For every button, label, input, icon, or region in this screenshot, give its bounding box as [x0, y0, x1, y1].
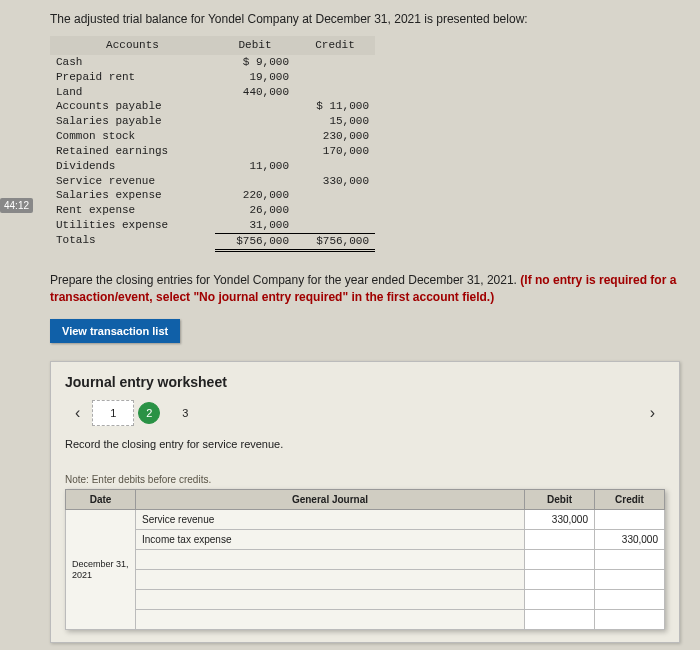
tb-row: Salaries payable15,000	[50, 114, 680, 129]
view-transaction-list-button[interactable]: View transaction list	[50, 319, 180, 343]
tb-header-accounts: Accounts	[50, 36, 215, 55]
tb-row: Service revenue330,000	[50, 174, 680, 189]
instruction-text: Prepare the closing entries for Yondel C…	[50, 272, 680, 306]
jt-debit-cell[interactable]	[525, 590, 595, 610]
note-text: Note: Enter debits before credits.	[65, 474, 665, 485]
tb-header-credit: Credit	[295, 36, 375, 55]
table-row	[66, 610, 665, 630]
worksheet-title: Journal entry worksheet	[65, 374, 665, 390]
worksheet-tabs: ‹ 1 2 3 ›	[65, 400, 665, 426]
tb-row: Common stock230,000	[50, 129, 680, 144]
chevron-left-icon[interactable]: ‹	[65, 404, 90, 422]
jt-account-cell[interactable]	[136, 570, 525, 590]
record-instruction: Record the closing entry for service rev…	[65, 438, 665, 450]
jt-debit-cell[interactable]	[525, 610, 595, 630]
tb-row: Utilities expense31,000	[50, 218, 680, 233]
tb-row: Land440,000	[50, 85, 680, 100]
jt-account-cell[interactable]	[136, 550, 525, 570]
tb-row: Salaries expense220,000	[50, 188, 680, 203]
jt-header-date: Date	[66, 490, 136, 510]
jt-credit-cell[interactable]	[595, 590, 665, 610]
timestamp-badge: 44:12	[0, 198, 33, 213]
jt-account-cell[interactable]: Income tax expense	[136, 530, 525, 550]
tb-row: Dividends11,000	[50, 159, 680, 174]
jt-date-cell: December 31, 2021	[66, 510, 136, 630]
tb-row: Accounts payable$ 11,000	[50, 99, 680, 114]
jt-credit-cell[interactable]	[595, 550, 665, 570]
jt-credit-cell[interactable]	[595, 610, 665, 630]
tb-header-debit: Debit	[215, 36, 295, 55]
journal-worksheet-panel: Journal entry worksheet ‹ 1 2 3 › Record…	[50, 361, 680, 643]
main-content: The adjusted trial balance for Yondel Co…	[0, 0, 700, 643]
tb-row: Prepaid rent19,000	[50, 70, 680, 85]
journal-entry-table: Date General Journal Debit Credit Decemb…	[65, 489, 665, 630]
tab-2[interactable]: 2	[138, 402, 160, 424]
tab-3[interactable]: 3	[164, 400, 206, 426]
jt-account-cell[interactable]	[136, 610, 525, 630]
jt-header-debit: Debit	[525, 490, 595, 510]
table-row: Income tax expense 330,000	[66, 530, 665, 550]
jt-debit-cell[interactable]	[525, 570, 595, 590]
table-row	[66, 550, 665, 570]
jt-credit-cell[interactable]	[595, 570, 665, 590]
jt-debit-cell[interactable]: 330,000	[525, 510, 595, 530]
jt-header-general-journal: General Journal	[136, 490, 525, 510]
tb-row: Cash$ 9,000	[50, 55, 680, 70]
jt-account-cell[interactable]: Service revenue	[136, 510, 525, 530]
jt-debit-cell[interactable]	[525, 550, 595, 570]
tab-1[interactable]: 1	[92, 400, 134, 426]
tb-totals-row: Totals$756,000$756,000	[50, 233, 680, 252]
jt-credit-cell[interactable]	[595, 510, 665, 530]
jt-debit-cell[interactable]	[525, 530, 595, 550]
jt-header-credit: Credit	[595, 490, 665, 510]
jt-account-cell[interactable]	[136, 590, 525, 610]
tb-row: Retained earnings170,000	[50, 144, 680, 159]
chevron-right-icon[interactable]: ›	[640, 404, 665, 422]
page-title: The adjusted trial balance for Yondel Co…	[50, 12, 680, 26]
table-row	[66, 590, 665, 610]
table-row	[66, 570, 665, 590]
jt-credit-cell[interactable]: 330,000	[595, 530, 665, 550]
table-row: December 31, 2021 Service revenue 330,00…	[66, 510, 665, 530]
trial-balance-table: Accounts Debit Credit Cash$ 9,000 Prepai…	[50, 36, 680, 252]
tb-row: Rent expense26,000	[50, 203, 680, 218]
